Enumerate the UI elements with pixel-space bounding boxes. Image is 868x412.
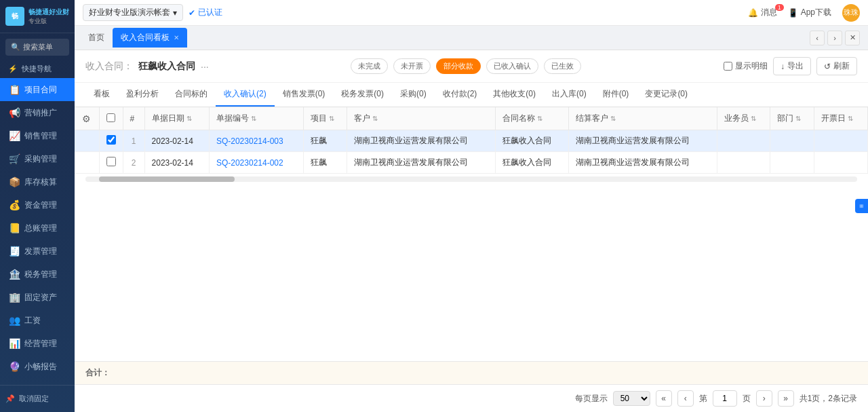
sidebar-item-basic[interactable]: ⚙基础信息 <box>0 378 75 385</box>
scrollbar-thumb <box>99 176 235 182</box>
order-no-link[interactable]: SQ-20230214-003 <box>216 136 283 146</box>
sidebar-item-funds[interactable]: 💰资金管理 <box>0 193 75 217</box>
col-check-header <box>99 107 123 130</box>
status-incomplete-button[interactable]: 未完成 <box>351 58 388 74</box>
more-options-icon[interactable]: ··· <box>201 61 209 72</box>
sub-tab-收付款(2)[interactable]: 收付款(2) <box>435 83 486 107</box>
sub-tab-盈利分析[interactable]: 盈利分析 <box>118 83 167 107</box>
status-confirmed-button[interactable]: 已收入确认 <box>486 58 538 74</box>
status-effective-button[interactable]: 已生效 <box>544 58 581 74</box>
row-settings-cell <box>75 152 99 174</box>
sidebar-item-inventory[interactable]: 📦库存核算 <box>0 170 75 193</box>
col-result-customer-header: 结算客户⇅ <box>568 107 717 130</box>
page-next-button[interactable]: › <box>756 390 772 407</box>
logo-icon: 畅 <box>5 7 24 26</box>
row-num-cell: 2 <box>123 152 144 174</box>
sub-tab-变更记录(0)[interactable]: 变更记录(0) <box>637 83 696 107</box>
management-icon: 📊 <box>8 337 20 350</box>
sub-tab-其他收支(0)[interactable]: 其他收支(0) <box>485 83 544 107</box>
sidebar-item-general[interactable]: 📒总账管理 <box>0 217 75 240</box>
export-button[interactable]: ↓ 导出 <box>773 57 811 75</box>
tax-icon: 🏦 <box>8 268 20 280</box>
sub-tab-出入库(0)[interactable]: 出入库(0) <box>544 83 595 107</box>
sub-tab-看板[interactable]: 看板 <box>85 83 118 107</box>
page-first-button[interactable]: « <box>656 390 672 407</box>
tab-close-icon[interactable]: ✕ <box>174 34 179 41</box>
sub-tab-收入确认(2)[interactable]: 收入确认(2) <box>216 83 275 107</box>
status-uninvoiced-button[interactable]: 未开票 <box>393 58 431 74</box>
sidebar-item-tax[interactable]: 🏦税务管理 <box>0 263 75 286</box>
page-size-select[interactable]: 50 10 20 100 <box>613 391 650 406</box>
page-header-right: 显示明细 ↓ 导出 ↺ 刷新 <box>724 57 857 75</box>
show-detail-checkbox[interactable] <box>724 62 732 71</box>
table-settings-icon[interactable]: ⚙ <box>82 113 91 124</box>
sidebar-item-invoice[interactable]: 🧾发票管理 <box>0 240 75 263</box>
unpin-button[interactable]: 📌 取消固定 <box>5 391 69 407</box>
row-order-no-cell[interactable]: SQ-20230214-003 <box>209 130 303 152</box>
purchase-icon: 🛒 <box>8 153 20 165</box>
row-settings-cell <box>75 130 99 152</box>
sub-tab-销售发票(0)[interactable]: 销售发票(0) <box>275 83 334 107</box>
table-row[interactable]: 1 2023-02-14 SQ-20230214-003 狂飙 湖南卫视商业运营… <box>75 130 868 152</box>
logo-text: 畅捷通好业财 专业版 <box>28 7 69 26</box>
row-checkbox[interactable] <box>106 135 116 145</box>
row-department-cell <box>770 152 814 174</box>
table-wrapper[interactable]: ⚙ # 单据日期⇅ 单据编号⇅ 项目⇅ 客户⇅ 合同名称⇅ 结算客户⇅ 业务员⇅… <box>75 107 868 361</box>
table-footer: 合计： <box>75 361 868 384</box>
status-partial-payment-button[interactable]: 部分收款 <box>436 58 481 74</box>
sidebar-item-purchase[interactable]: 🛒采购管理 <box>0 147 75 170</box>
sidebar-item-report[interactable]: 🔮小畅报告 <box>0 355 75 378</box>
sidebar-item-marketing[interactable]: 📢营销推广 <box>0 101 75 124</box>
tab-contract-board[interactable]: 收入合同看板 ✕ <box>113 28 187 48</box>
search-menu-button[interactable]: 🔍 搜索菜单 <box>5 39 69 56</box>
sales-icon: 📈 <box>8 130 20 142</box>
row-date-cell: 2023-02-14 <box>144 130 209 152</box>
right-panel-toggle[interactable]: ≡ <box>855 199 868 214</box>
company-selector[interactable]: 好业财专业版演示帐套 ▾ <box>83 4 183 21</box>
status-buttons: 未完成 未开票 部分收款 已收入确认 已生效 <box>351 58 581 74</box>
row-order-no-cell[interactable]: SQ-20230214-002 <box>209 152 303 174</box>
horizontal-scrollbar <box>75 174 868 185</box>
check-icon: ✔ <box>189 8 195 18</box>
quick-nav-item[interactable]: ⚡ 快捷导航 <box>0 61 75 78</box>
topbar: 好业财专业版演示帐套 ▾ ✔ 已认证 🔔 1 消息 📱 App下载 珠珠 <box>75 0 868 26</box>
sub-tab-税务发票(0)[interactable]: 税务发票(0) <box>333 83 392 107</box>
row-result-customer-cell: 湖南卫视商业运营发展有限公司 <box>568 152 717 174</box>
refresh-icon: ↺ <box>824 62 831 71</box>
page-header: 收入合同： 狂飙收入合同 ··· 未完成 未开票 部分收款 已收入确认 已生效 … <box>75 50 868 83</box>
sidebar-item-project[interactable]: 📋项目合同 <box>0 78 75 101</box>
page-number-input[interactable] <box>713 390 737 407</box>
sub-tab-采购(0)[interactable]: 采购(0) <box>392 83 435 107</box>
row-customer-cell: 湖南卫视商业运营发展有限公司 <box>347 130 496 152</box>
user-profile[interactable]: 珠珠 <box>842 4 860 22</box>
sidebar-item-hr[interactable]: 👥工资 <box>0 309 75 332</box>
refresh-button[interactable]: ↺ 刷新 <box>816 57 857 75</box>
pin-icon: 📌 <box>5 394 15 403</box>
order-no-link[interactable]: SQ-20230214-002 <box>216 158 283 168</box>
row-check-cell[interactable] <box>99 152 123 174</box>
sub-tab-附件(0)[interactable]: 附件(0) <box>595 83 637 107</box>
tab-nav-controls: ‹ › ✕ <box>810 31 860 45</box>
select-all-checkbox[interactable] <box>106 113 115 122</box>
show-detail-checkbox-label[interactable]: 显示明细 <box>724 60 768 72</box>
page-last-button[interactable]: » <box>778 390 794 407</box>
sidebar-item-fixed[interactable]: 🏢固定资产 <box>0 286 75 309</box>
tab-prev-button[interactable]: ‹ <box>810 31 825 45</box>
page-title-area: 收入合同： 狂飙收入合同 ··· <box>85 60 209 73</box>
sub-tab-合同标的[interactable]: 合同标的 <box>167 83 216 107</box>
row-checkbox[interactable] <box>106 157 116 166</box>
col-project-header: 项目⇅ <box>303 107 347 130</box>
message-button[interactable]: 🔔 1 消息 <box>748 7 777 18</box>
row-check-cell[interactable] <box>99 130 123 152</box>
table-row[interactable]: 2 2023-02-14 SQ-20230214-002 狂飙 湖南卫视商业运营… <box>75 152 868 174</box>
page-prev-button[interactable]: ‹ <box>677 390 694 407</box>
tab-next-button[interactable]: › <box>827 31 842 45</box>
row-result-customer-cell: 湖南卫视商业运营发展有限公司 <box>568 130 717 152</box>
tab-home[interactable]: 首页 <box>83 28 110 48</box>
app-download-button[interactable]: 📱 App下载 <box>788 7 831 18</box>
sidebar-item-management[interactable]: 📊经营管理 <box>0 332 75 355</box>
sidebar-item-sales[interactable]: 📈销售管理 <box>0 124 75 147</box>
hr-icon: 👥 <box>8 314 20 326</box>
row-num-cell: 1 <box>123 130 144 152</box>
tab-close-all-button[interactable]: ✕ <box>845 31 860 45</box>
